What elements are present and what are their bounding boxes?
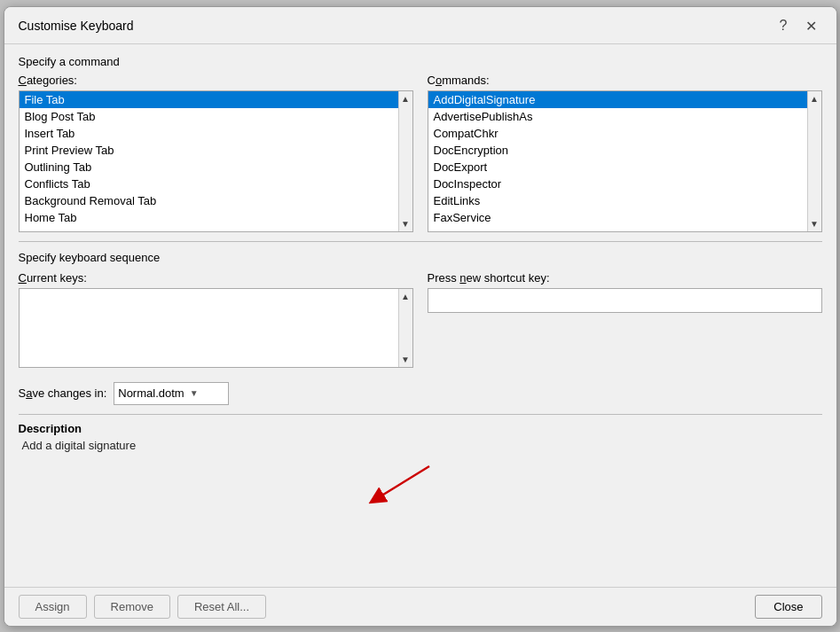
arrow-area <box>19 461 822 505</box>
list-item[interactable]: AddDigitalSignature <box>428 91 807 108</box>
commands-listbox[interactable]: AddDigitalSignature AdvertisePublishAs C… <box>428 91 807 231</box>
description-text: Add a digital signature <box>19 439 822 452</box>
categories-label: Categories: <box>19 74 413 87</box>
current-keys-scrollbar: ▲ ▼ <box>398 289 412 367</box>
list-item[interactable]: AdvertisePublishAs <box>428 108 807 125</box>
new-shortcut-col: Press new shortcut key: <box>428 271 822 368</box>
remove-button[interactable]: Remove <box>94 595 170 619</box>
categories-listbox-wrapper[interactable]: File Tab Blog Post Tab Insert Tab Print … <box>19 90 413 232</box>
commands-label: Commands: <box>428 74 822 87</box>
save-changes-value: Normal.dotm <box>118 386 184 400</box>
customise-keyboard-dialog: Customise Keyboard ? ✕ Specify a command… <box>4 6 837 627</box>
list-item[interactable]: Outlining Tab <box>20 159 398 176</box>
assign-button[interactable]: Assign <box>19 595 87 619</box>
help-button[interactable]: ? <box>774 16 793 35</box>
list-item[interactable]: DocEncryption <box>428 142 807 159</box>
list-item[interactable]: Insert Tab <box>20 125 398 142</box>
title-bar-controls: ? ✕ <box>774 16 822 36</box>
new-shortcut-label: Press new shortcut key: <box>428 271 822 285</box>
list-item[interactable]: Home Tab <box>20 209 398 226</box>
specify-command-section: Specify a command Categories: File Tab B… <box>19 55 822 232</box>
list-item[interactable]: DocInspector <box>428 176 807 192</box>
command-columns: Categories: File Tab Blog Post Tab Inser… <box>19 74 822 232</box>
categories-listbox[interactable]: File Tab Blog Post Tab Insert Tab Print … <box>20 91 398 231</box>
list-item[interactable]: Background Removal Tab <box>20 192 398 209</box>
list-item[interactable]: CompatChkr <box>428 125 807 142</box>
list-item[interactable]: FaxService <box>428 209 807 226</box>
scroll-up-button[interactable]: ▲ <box>399 93 412 105</box>
save-changes-row: Save changes in: Normal.dotm ▼ <box>19 382 822 405</box>
commands-col: Commands: AddDigitalSignature AdvertiseP… <box>428 74 822 232</box>
scroll-up-button[interactable]: ▲ <box>399 291 412 302</box>
current-keys-col: Current keys: ▲ ▼ <box>19 271 413 368</box>
arrow-icon <box>349 462 456 504</box>
keyboard-columns: Current keys: ▲ ▼ Press new shortcut key… <box>19 271 822 368</box>
title-bar: Customise Keyboard ? ✕ <box>4 7 836 44</box>
specify-keyboard-label: Specify keyboard sequence <box>19 251 822 264</box>
list-item[interactable]: Blog Post Tab <box>20 108 398 125</box>
specify-keyboard-section: Specify keyboard sequence Current keys: … <box>19 241 822 368</box>
list-item[interactable]: EditLinks <box>428 192 807 209</box>
commands-scrollbar: ▲ ▼ <box>807 91 821 231</box>
reset-all-button[interactable]: Reset All... <box>177 595 266 619</box>
description-section: Description Add a digital signature <box>19 414 822 452</box>
list-item[interactable]: File Tab <box>20 91 398 108</box>
close-button[interactable]: ✕ <box>800 16 822 36</box>
current-keys-label: Current keys: <box>19 271 413 285</box>
scroll-down-button[interactable]: ▼ <box>399 218 412 230</box>
bottom-bar: Assign Remove Reset All... Close <box>4 587 836 626</box>
categories-col: Categories: File Tab Blog Post Tab Inser… <box>19 74 413 232</box>
dialog-body: Specify a command Categories: File Tab B… <box>4 44 836 587</box>
new-shortcut-input[interactable] <box>428 288 822 313</box>
description-label: Description <box>19 422 822 435</box>
save-changes-label: Save changes in: <box>19 386 107 400</box>
categories-scrollbar: ▲ ▼ <box>398 91 412 231</box>
list-item[interactable]: Conflicts Tab <box>20 176 398 192</box>
specify-command-label: Specify a command <box>19 55 822 68</box>
save-changes-dropdown[interactable]: Normal.dotm ▼ <box>114 382 229 405</box>
close-dialog-button[interactable]: Close <box>755 595 821 619</box>
current-keys-list <box>20 289 398 367</box>
svg-line-1 <box>376 466 429 499</box>
scroll-down-button[interactable]: ▼ <box>808 218 821 230</box>
list-item[interactable]: DocExport <box>428 159 807 176</box>
chevron-down-icon: ▼ <box>190 388 199 398</box>
commands-listbox-wrapper[interactable]: AddDigitalSignature AdvertisePublishAs C… <box>428 90 822 232</box>
list-item[interactable]: Print Preview Tab <box>20 142 398 159</box>
current-keys-box[interactable]: ▲ ▼ <box>19 288 413 368</box>
scroll-down-button[interactable]: ▼ <box>399 354 412 365</box>
dialog-title: Customise Keyboard <box>19 19 134 33</box>
scroll-up-button[interactable]: ▲ <box>808 93 821 105</box>
